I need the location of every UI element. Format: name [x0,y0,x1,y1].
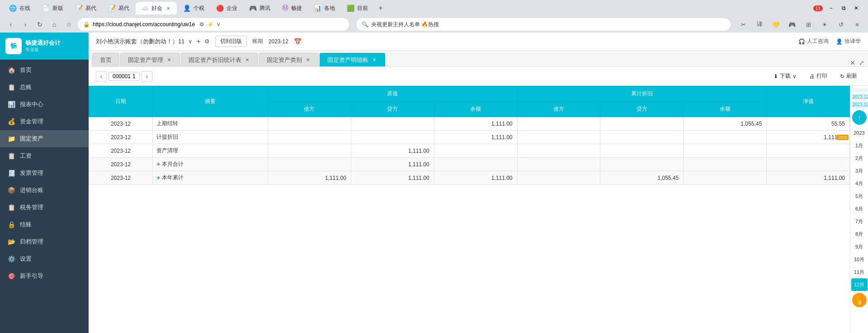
refresh-button[interactable]: ↻ 刷新 [836,70,861,82]
period-item-8[interactable]: 8月 [851,228,868,240]
scissors-icon[interactable]: ✂ [738,19,749,30]
table-wrapper: 日期 摘要 原值 累计折旧 净值 借方 贷方 余额 借方 [89,86,868,333]
settings-account-icon[interactable]: ⚙ [204,38,210,45]
sidebar-item-guide[interactable]: 🎯 新手引导 [0,267,89,285]
tab-depreciation-stats-close[interactable]: ✕ [244,57,250,63]
home-button[interactable]: ⌂ [49,19,60,30]
period-item-11[interactable]: 11月 [851,266,868,278]
tab-asset-category[interactable]: 固定资产类别 ✕ [259,53,319,66]
download-button[interactable]: ⬇ 下载 ∨ [770,70,800,82]
win-restore[interactable]: ⧉ [839,4,848,13]
tab-mubiao[interactable]: 🟩 目前 [341,2,373,14]
search-bar[interactable]: 🔍 央视更新主持人名单 🔥热搜 [356,18,731,31]
win-close[interactable]: ✕ [852,4,861,13]
sidebar-item-home[interactable]: 🏠 首页 [0,61,89,79]
add-account-icon[interactable]: + [196,38,200,46]
tab-collapse-icon[interactable]: ✕ [850,59,855,66]
scroll-to-top-button[interactable]: ↑ [852,110,867,125]
cell-orig-balance: 1,111.00 [434,171,517,185]
tab-expand-icon[interactable]: ⤢ [859,59,864,66]
browser-chrome: 🌐 在线 📄 新版 📝 易代 📝 易代 ☁️ 好会 ✕ 👤 个税 🔴 企业 [0,0,868,33]
sidebar-item-general-ledger[interactable]: 📋 总账 [0,79,89,96]
next-page-button[interactable]: › [142,71,152,82]
app-container: 畅 畅捷通好会计 专业版 🏠 首页 📋 总账 📊 报表中心 💰 资金管理 [0,33,868,333]
account-name: 刘小艳演示账套（勿删勿动！）11 [96,38,184,46]
forward-button[interactable]: › [20,19,31,30]
sidebar-item-payroll[interactable]: 📋 工资 [0,147,89,164]
tab-yidai2[interactable]: 📝 易代 [103,2,135,14]
tab-fixed-assets-mgmt-close[interactable]: ✕ [166,57,172,63]
sidebar-item-funds[interactable]: 💰 资金管理 [0,113,89,130]
period-item-6[interactable]: 6月 [851,202,868,215]
game-icon[interactable]: 🎮 [787,19,797,30]
cell-orig-credit [351,117,434,131]
undo-icon[interactable]: ↺ [835,19,846,30]
home-icon: 🏠 [7,66,15,74]
sidebar-item-settings[interactable]: ⚙️ 设置 [0,250,89,267]
tab-fixed-assets-mgmt[interactable]: 固定资产管理 ✕ [120,53,180,66]
tab-yidai1[interactable]: 📝 易代 [70,2,102,14]
period-item-12[interactable]: 12月 [851,278,868,291]
grid-icon[interactable]: ⊞ [803,19,814,30]
wallet-icon[interactable]: 💛 [770,19,781,30]
period-item-2023[interactable]: 2023 [851,127,868,139]
tab-haohui[interactable]: ☁️ 好会 ✕ [136,2,177,14]
tab-geshui[interactable]: 👤 个税 [178,2,210,14]
reports-icon: 📊 [7,100,15,108]
bookmark-button[interactable]: ☆ [63,19,74,30]
tab-asset-detail[interactable]: 固定资产明细账 ✕ [320,53,385,66]
sidebar-item-reports[interactable]: 📊 报表中心 [0,96,89,113]
period-item-7[interactable]: 7月 [851,215,868,228]
scroll-to-bottom-button[interactable]: ↑顶 [852,293,867,307]
tab-home[interactable]: 首页 [92,53,119,66]
calendar-icon[interactable]: 📅 [294,38,302,45]
tab-online[interactable]: 🌐 在线 [4,2,36,14]
tab-new[interactable]: 📄 新版 [37,2,69,14]
tab-changjie[interactable]: Ⓜ 畅捷 [277,2,307,14]
table-row-yearly-total: 2023-12 ✚ 本年累计 1,111.00 1,111.00 1,111.0 [89,171,850,185]
sidebar-item-tax[interactable]: 📋 税务管理 [0,199,89,216]
sidebar-header: 畅 畅捷通好会计 专业版 [0,33,89,60]
dropdown-icon[interactable]: ∨ [188,38,193,45]
reload-button[interactable]: ↻ [34,19,45,30]
cell-orig-debit [268,158,351,171]
sidebar-item-purchase-sales[interactable]: 📦 进销台账 [0,182,89,199]
tab-asset-category-close[interactable]: ✕ [305,57,311,63]
tab-haohui-close[interactable]: ✕ [165,5,171,11]
win-minimize[interactable]: − [826,4,835,13]
brightness-icon[interactable]: ☀ [819,19,830,30]
user-info[interactable]: 👤 徐译华 [836,38,861,45]
print-button[interactable]: 🖨 打印 [806,70,831,82]
switch-version-button[interactable]: 切到旧版 [215,36,247,47]
period-item-2[interactable]: 2月 [851,152,868,164]
table-row-monthly-total: 2023-12 ✚ 本月合计 1,111.00 [89,158,850,171]
page-number: 1 [132,73,136,80]
cell-date: 2023-12 [89,171,153,185]
period-item-4[interactable]: 4月 [851,177,868,190]
cell-orig-debit [268,144,351,158]
tab-bar: 🌐 在线 📄 新版 📝 易代 📝 易代 ☁️ 好会 ✕ 👤 个税 🔴 企业 [0,0,868,16]
period-item-3[interactable]: 3月 [851,164,868,177]
period-item-10[interactable]: 10月 [851,253,868,266]
period-item-9[interactable]: 9月 [851,240,868,253]
sidebar-item-archive[interactable]: 📂 归档管理 [0,233,89,250]
new-tab-button[interactable]: + [374,2,387,14]
translate-icon[interactable]: 译 [754,19,765,30]
tab-qiye[interactable]: 🔴 企业 [211,2,243,14]
tab-asset-detail-close[interactable]: ✕ [371,57,377,63]
sidebar-item-invoice[interactable]: 🧾 发票管理 [0,164,89,182]
cell-acc-balance [684,131,767,144]
back-button[interactable]: ‹ [5,19,16,30]
tab-tencent[interactable]: 🎮 腾讯 [244,2,276,14]
prev-page-button[interactable]: ‹ [96,71,107,82]
sidebar-item-fixed-assets[interactable]: 📁 固定资产 [0,130,89,147]
period-item-5[interactable]: 5月 [851,190,868,202]
support-button[interactable]: 🎧 人工咨询 [798,38,829,45]
tab-gedi[interactable]: 📊 各地 [308,2,340,14]
period-item-1[interactable]: 1月 [851,139,868,152]
cell-summary: ✚ 本年累计 [153,171,268,185]
menu-icon[interactable]: ≡ [852,19,863,30]
url-bar[interactable]: 🔒 https://cloud.chanjet.com/accounting/u… [78,18,349,31]
sidebar-item-close-period[interactable]: 🔒 结账 [0,216,89,233]
tab-depreciation-stats[interactable]: 固定资产折旧统计表 ✕ [181,53,258,66]
